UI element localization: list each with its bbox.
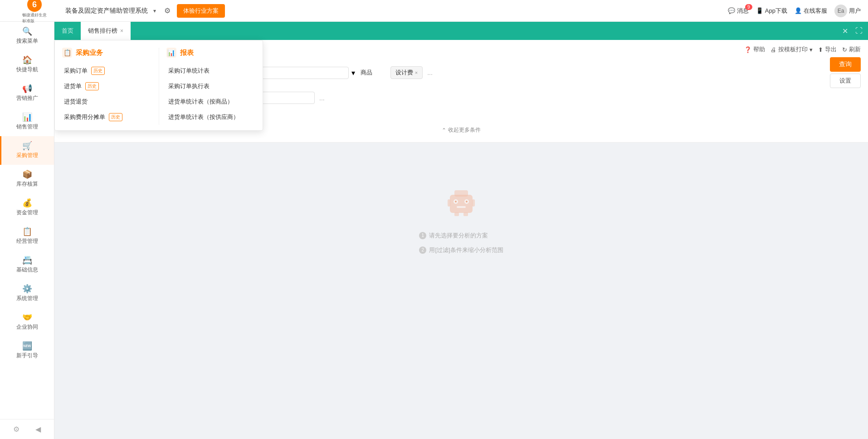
tab-close-btn[interactable]: × [120,28,123,34]
empty-state: 1 请先选择要分析的方案 2 用[过滤]条件来缩小分析范围 [54,143,868,292]
system-icon: ⚙️ [22,285,32,293]
dropdown-col-title-report: 📊 报表 [166,48,256,58]
svg-point-5 [466,201,468,202]
product-tag-close[interactable]: × [415,70,418,75]
help-btn[interactable]: ❓ 帮助 [744,45,765,54]
message-badge: 9 [745,4,752,10]
report-title-icon: 📊 [166,48,176,58]
status-select[interactable] [258,67,349,79]
svg-point-4 [455,201,457,202]
logo-icon: 6 [27,0,42,12]
history-badge-0: 历史 [91,67,105,75]
system-gear-btn[interactable]: ⚙ [161,5,173,16]
dropdown-col-business: 📋 采购业务 采购订单 历史 进货单 历史 进货退货 采购费用分摊单 历史 [55,48,159,125]
collapse-btn[interactable]: ⌃ 收起更多条件 [442,126,481,134]
tab-expand-icon[interactable]: ⛶ [853,25,864,37]
empty-illustration [439,179,484,224]
sidebar-item-guide[interactable]: 🆕 新手引导 [0,336,54,365]
sidebar-item-finance[interactable]: 💰 资金管理 [0,193,54,222]
header-right: 💬 消息 9 📱 App下载 👤 在线客服 Ea 用户 [728,5,861,17]
guide-icon: 🆕 [22,342,32,350]
purchase-dropdown-menu: 📋 采购业务 采购订单 历史 进货单 历史 进货退货 采购费用分摊单 历史 [54,40,263,131]
user-btn[interactable]: Ea 用户 [834,5,861,17]
system-dropdown-btn[interactable] [151,7,158,15]
sidebar-item-sales[interactable]: 📊 销售管理 [0,108,54,136]
dropdown-item-purchase-receipt[interactable]: 进货单 历史 [62,79,151,94]
query-btn[interactable]: 查询 [830,57,861,72]
dropdown-item-receipt-stats-product[interactable]: 进货单统计表（按商品） [166,94,256,109]
salesman-dots[interactable]: ... [317,94,327,102]
search-icon: 🔍 [22,27,32,35]
message-btn[interactable]: 💬 消息 9 [728,7,749,15]
header-mid: 装备及固定资产辅助管理系统 ⚙ 体验行业方案 [62,4,728,18]
history-badge-3: 历史 [109,113,122,121]
online-service-btn[interactable]: 👤 在线客服 [795,7,827,15]
svg-rect-7 [448,199,450,207]
tab-home[interactable]: 首页 [54,22,81,40]
help-icon: ❓ [744,46,751,53]
sidebar-item-system[interactable]: ⚙️ 系统管理 [0,279,54,308]
dropdown-col-report: 📊 报表 采购订单统计表 采购订单执行表 进货单统计表（按商品） 进货单统计表（… [159,48,263,125]
cooperation-icon: 🤝 [22,313,32,321]
print-btn[interactable]: 🖨 按模板打印 ▾ [770,45,813,54]
svg-rect-9 [454,212,459,216]
mobile-icon: 📱 [756,7,763,14]
export-icon: ⬆ [818,46,823,53]
tab-close-icon[interactable]: ✕ [840,25,850,37]
top-header: 6 畅捷通好生意 标准版 装备及固定资产辅助管理系统 ⚙ 体验行业方案 💬 消息… [0,0,868,22]
system-title: 装备及固定资产辅助管理系统 [65,7,148,15]
product-dots[interactable]: ... [425,69,434,76]
action-btns: 查询 设置 [830,57,861,88]
status-dropdown-icon: ▾ [351,69,355,77]
toolbar-right: ❓ 帮助 🖨 按模板打印 ▾ ⬆ 导出 ↻ [744,45,861,54]
sidebar-item-quick[interactable]: 🏠 快捷导航 [0,50,54,79]
svg-rect-0 [450,195,473,213]
content-area: 首页 销售排行榜 × ✕ ⛶ ❓ 帮助 [54,22,868,439]
sidebar-item-search[interactable]: 🔍 搜索菜单 [0,22,54,50]
history-badge-1: 历史 [85,82,99,90]
sidebar-item-cooperation[interactable]: 🤝 企业协同 [0,308,54,336]
print-dropdown-icon: ▾ [809,46,813,53]
refresh-btn[interactable]: ↻ 刷新 [842,45,861,54]
dropdown-item-order-stats[interactable]: 采购订单统计表 [166,63,256,79]
tab-bar: 首页 销售排行榜 × ✕ ⛶ [54,22,868,40]
sidebar-item-inventory[interactable]: 📦 库存核算 [0,165,54,193]
sidebar-bottom: ⚙ ◀ [0,419,54,439]
purchase-icon: 🛒 [22,142,32,150]
inventory-icon: 📦 [22,170,32,178]
empty-step-2: 2 用[过滤]条件来缩小分析范围 [419,244,503,256]
print-icon: 🖨 [770,46,776,53]
dropdown-item-purchase-return[interactable]: 进货退货 [62,94,151,109]
basic-icon: 📇 [22,256,32,264]
dropdown-item-purchase-expense[interactable]: 采购费用分摊单 历史 [62,109,151,125]
svg-rect-1 [454,190,468,197]
dropdown-col-title-business: 📋 采购业务 [62,48,151,58]
sidebar-item-basic[interactable]: 📇 基础信息 [0,251,54,279]
dropdown-item-order-exec[interactable]: 采购订单执行表 [166,79,256,94]
main-layout: 🔍 搜索菜单 🏠 快捷导航 📢 营销推广 📊 销售管理 🛒 采购管理 📦 库存核… [0,22,868,439]
sidebar-item-operations[interactable]: 📋 经营管理 [0,222,54,251]
avatar: Ea [834,5,847,17]
sidebar-item-purchase[interactable]: 🛒 采购管理 [0,136,54,165]
logo-text: 畅捷通好生意 标准版 [22,12,47,24]
settings-btn[interactable]: 设置 [830,74,861,88]
finance-icon: 💰 [22,199,32,207]
svg-rect-6 [457,206,466,208]
tab-sales-rank[interactable]: 销售排行榜 × [81,22,131,40]
settings-bottom-btn[interactable]: ⚙ [13,425,20,434]
dropdown-item-purchase-order[interactable]: 采购订单 历史 [62,63,151,79]
export-btn[interactable]: ⬆ 导出 [818,45,837,54]
logo-area: 6 畅捷通好生意 标准版 [7,0,62,24]
dropdown-item-receipt-stats-supplier[interactable]: 进货单统计表（按供应商） [166,109,256,125]
service-icon: 👤 [795,7,802,14]
sidebar-item-marketing[interactable]: 📢 营销推广 [0,79,54,108]
product-field: 商品 设计费 × ... [361,66,434,79]
app-download-btn[interactable]: 📱 App下载 [756,7,787,15]
collapse-sidebar-btn[interactable]: ◀ [35,425,41,434]
industry-btn[interactable]: 体验行业方案 [177,4,225,18]
sidebar: 🔍 搜索菜单 🏠 快捷导航 📢 营销推广 📊 销售管理 🛒 采购管理 📦 库存核… [0,22,54,439]
tab-bar-right: ✕ ⛶ [840,25,868,37]
refresh-icon: ↻ [842,46,847,53]
home-icon: 🏠 [22,56,32,64]
operations-icon: 📋 [22,227,32,236]
